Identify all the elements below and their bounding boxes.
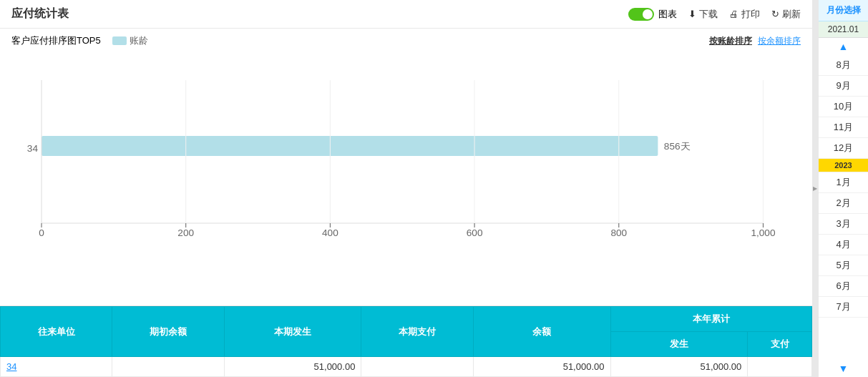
chart-toggle-label: 图表 [658, 8, 677, 21]
sort-buttons: 按账龄排序 按余额排序 [709, 35, 801, 47]
svg-rect-1 [42, 136, 658, 156]
main-container: 应付统计表 图表 ⬇ 下载 🖨 打印 ↻ 刷新 [0, 0, 868, 377]
legend-color-box [112, 36, 127, 45]
sidebar-month-2[interactable]: 2月 [819, 193, 868, 214]
sidebar-month-4[interactable]: 4月 [819, 235, 868, 255]
sort-by-amount-btn[interactable]: 按余额排序 [758, 35, 801, 47]
chart-section: 客户应付排序图TOP5 账龄 按账龄排序 按余额排序 34 [0, 29, 812, 305]
refresh-label: 刷新 [782, 8, 801, 21]
svg-text:400: 400 [322, 227, 338, 238]
td-current-occurrence: 51,000.00 [224, 357, 361, 377]
sidebar-header: 月份选择 [819, 0, 868, 21]
chart-toggle[interactable] [628, 8, 654, 21]
download-button[interactable]: ⬇ 下载 [688, 8, 718, 21]
chart-header: 客户应付排序图TOP5 账龄 按账龄排序 按余额排序 [11, 34, 801, 47]
legend-label: 账龄 [130, 34, 148, 47]
print-button[interactable]: 🖨 打印 [729, 8, 760, 21]
table-row: 34 51,000.00 51,000.00 51,000.00 [1, 357, 812, 377]
chart-wrapper: 34 856天 0 [11, 53, 801, 300]
legend-item: 账龄 [112, 34, 148, 47]
nav-up-arrow[interactable]: ▲ [819, 38, 868, 55]
svg-text:600: 600 [467, 227, 483, 238]
download-label: 下载 [699, 8, 718, 21]
th-balance: 余额 [473, 307, 610, 357]
table-section: 往来单位 期初余额 本期发生 本期支付 余额 本年累计 发生 支付 34 [0, 305, 812, 377]
nav-down-arrow[interactable]: ▼ [819, 360, 868, 377]
sidebar-month-3[interactable]: 3月 [819, 214, 868, 235]
sort-by-balance-btn[interactable]: 按账龄排序 [709, 35, 752, 47]
header-actions: 图表 ⬇ 下载 🖨 打印 ↻ 刷新 [628, 8, 801, 21]
sidebar: 月份选择 2021.01 ▲ 8月 9月 10月 11月 12月 2023 1月… [818, 0, 868, 377]
sidebar-month-5[interactable]: 5月 [819, 255, 868, 276]
sidebar-month-6[interactable]: 6月 [819, 276, 868, 297]
data-table: 往来单位 期初余额 本期发生 本期支付 余额 本年累计 发生 支付 34 [0, 306, 812, 377]
print-icon: 🖨 [729, 9, 738, 19]
sidebar-month-12[interactable]: 12月 [819, 138, 868, 159]
sidebar-month-11[interactable]: 11月 [819, 117, 868, 138]
th-current-payment: 本期支付 [361, 307, 473, 357]
td-opening-balance [112, 357, 224, 377]
print-label: 打印 [741, 8, 760, 21]
divider [812, 0, 818, 377]
page-title: 应付统计表 [11, 6, 69, 21]
sidebar-month-1[interactable]: 1月 [819, 172, 868, 193]
td-ytd-occurrence: 51,000.00 [610, 357, 748, 377]
th-opening-balance: 期初余额 [112, 307, 224, 357]
chart-toggle-group: 图表 [628, 8, 677, 21]
sidebar-month-10[interactable]: 10月 [819, 97, 868, 117]
svg-text:856天: 856天 [664, 141, 690, 152]
svg-text:800: 800 [610, 227, 627, 238]
td-unit[interactable]: 34 [1, 357, 112, 377]
sidebar-month-7[interactable]: 7月 [819, 297, 868, 318]
refresh-button[interactable]: ↻ 刷新 [771, 8, 801, 21]
td-current-payment [361, 357, 473, 377]
svg-text:1,000: 1,000 [751, 227, 775, 238]
download-icon: ⬇ [688, 9, 696, 19]
th-ytd-payment: 支付 [748, 332, 812, 357]
sidebar-scroll: 8月 9月 10月 11月 12月 2023 1月 2月 3月 4月 5月 6月… [819, 55, 868, 360]
svg-text:0: 0 [39, 227, 44, 238]
sidebar-year-label: 2021.01 [819, 21, 868, 38]
th-ytd: 本年累计 [610, 307, 812, 332]
chart-svg: 34 856天 0 [11, 59, 801, 245]
th-current-occurrence: 本期发生 [224, 307, 361, 357]
chart-title: 客户应付排序图TOP5 [11, 34, 101, 47]
sidebar-month-8[interactable]: 8月 [819, 55, 868, 76]
td-balance: 51,000.00 [473, 357, 610, 377]
sidebar-year-2023[interactable]: 2023 [819, 159, 868, 172]
svg-text:34: 34 [27, 143, 39, 154]
svg-text:200: 200 [177, 227, 194, 238]
chart-legend: 客户应付排序图TOP5 账龄 [11, 34, 148, 47]
th-unit: 往来单位 [1, 307, 112, 357]
header: 应付统计表 图表 ⬇ 下载 🖨 打印 ↻ 刷新 [0, 0, 812, 29]
refresh-icon: ↻ [771, 9, 779, 19]
td-ytd-payment [748, 357, 812, 377]
content-area: 应付统计表 图表 ⬇ 下载 🖨 打印 ↻ 刷新 [0, 0, 812, 377]
sidebar-month-9[interactable]: 9月 [819, 76, 868, 97]
th-ytd-occurrence: 发生 [610, 332, 748, 357]
